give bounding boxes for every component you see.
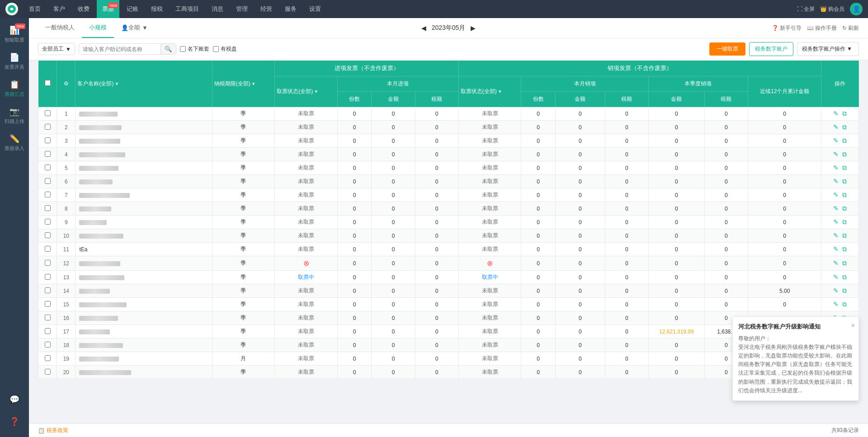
- edit-icon[interactable]: ✎: [833, 273, 839, 281]
- nav-invoices[interactable]: 票据 new: [97, 0, 119, 18]
- fullscreen-btn[interactable]: ⛶ 全屏: [797, 5, 815, 13]
- input-status-filter[interactable]: 取票状态(全部) ▼: [277, 88, 335, 95]
- user-avatar[interactable]: 👤: [850, 3, 863, 15]
- edit-icon[interactable]: ✎: [833, 164, 839, 172]
- search-input[interactable]: [79, 44, 160, 54]
- row-checkbox[interactable]: [45, 178, 51, 184]
- tax-policy-text[interactable]: 税务政策: [47, 427, 68, 434]
- edit-icon[interactable]: ✎: [833, 150, 839, 158]
- row-checkbox[interactable]: [45, 301, 51, 307]
- tax-period-filter[interactable]: 纳税期限(全部) ▼: [214, 80, 273, 88]
- row-checkbox[interactable]: [45, 110, 51, 116]
- one-click-ticket-btn[interactable]: 一键取票: [709, 42, 745, 56]
- tab-all[interactable]: 👤 全能 ▼: [114, 18, 155, 38]
- row-checkbox[interactable]: [45, 137, 51, 143]
- nav-messages[interactable]: 消息: [206, 0, 229, 18]
- edit-icon[interactable]: ✎: [833, 123, 839, 131]
- edit-icon[interactable]: ✎: [833, 218, 839, 226]
- sidebar-item-invoice-summary[interactable]: 📋 票据汇总: [2, 76, 27, 101]
- sidebar-item-invoice-entry[interactable]: ✏️ 票据录入: [2, 130, 27, 155]
- copy-icon[interactable]: ⧉: [842, 178, 847, 185]
- copy-icon[interactable]: ⧉: [842, 218, 847, 226]
- digital-account-btn[interactable]: 税务数字账户: [749, 42, 793, 56]
- sidebar-item-scan-upload[interactable]: 📷 扫描上传: [2, 103, 27, 128]
- nav-settings[interactable]: 设置: [304, 0, 326, 18]
- edit-icon[interactable]: ✎: [833, 191, 839, 199]
- edit-icon[interactable]: ✎: [833, 137, 839, 145]
- refresh-btn[interactable]: ↻ 刷新: [842, 24, 859, 32]
- output-status-filter[interactable]: 取票状态(全部) ▼: [461, 88, 519, 95]
- row-checkbox[interactable]: [45, 369, 51, 375]
- copy-icon[interactable]: ⧉: [842, 245, 847, 253]
- edit-icon[interactable]: ✎: [833, 259, 839, 267]
- copy-icon[interactable]: ⧉: [842, 273, 847, 281]
- row-checkbox[interactable]: [45, 205, 51, 211]
- copy-icon[interactable]: ⧉: [842, 150, 847, 158]
- row-checkbox[interactable]: [45, 287, 51, 293]
- nav-customers[interactable]: 客户: [48, 0, 71, 18]
- manual-btn[interactable]: 📖 操作手册: [807, 24, 837, 32]
- row-checkbox[interactable]: [45, 315, 51, 320]
- digital-account-ops-btn[interactable]: 税务数字账户操作 ▼: [797, 42, 859, 56]
- copy-icon[interactable]: ⧉: [842, 137, 847, 145]
- nav-home[interactable]: 首页: [24, 0, 46, 18]
- copy-icon[interactable]: ⧉: [842, 123, 847, 131]
- row-checkbox[interactable]: [45, 151, 51, 157]
- notification-close-btn[interactable]: ×: [851, 320, 855, 330]
- sidebar-item-help[interactable]: ❓: [2, 413, 27, 432]
- has-tax-disk-checkbox[interactable]: [213, 46, 219, 52]
- row-checkbox[interactable]: [45, 328, 51, 334]
- row-input-tax: 0: [415, 311, 458, 325]
- copy-icon[interactable]: ⧉: [842, 259, 847, 267]
- row-checkbox[interactable]: [45, 164, 51, 170]
- nav-operations[interactable]: 经营: [255, 0, 278, 18]
- row-checkbox[interactable]: [45, 232, 51, 238]
- new-guide-btn[interactable]: ❓ 新手引导: [772, 24, 802, 32]
- member-btn[interactable]: 👑 购会员: [820, 5, 844, 13]
- date-next-btn[interactable]: ▶: [471, 24, 476, 32]
- nav-fees[interactable]: 收费: [72, 0, 95, 18]
- sidebar-item-invoice-open[interactable]: 📄 发票开具: [2, 49, 27, 74]
- row-input-count: 0: [337, 216, 372, 229]
- sidebar-item-chat[interactable]: 💬: [2, 391, 27, 409]
- row-checkbox[interactable]: [45, 192, 51, 197]
- edit-icon[interactable]: ✎: [833, 232, 839, 240]
- select-all-checkbox[interactable]: [45, 80, 51, 86]
- settings-icon[interactable]: ⚙: [64, 80, 69, 87]
- copy-icon[interactable]: ⧉: [842, 301, 847, 308]
- copy-icon[interactable]: ⧉: [842, 205, 847, 212]
- edit-icon[interactable]: ✎: [833, 287, 839, 295]
- my-accounts-checkbox[interactable]: [180, 46, 186, 52]
- row-checkbox[interactable]: [45, 219, 51, 225]
- sidebar-item-smart-ticket[interactable]: 📊 智能取票 new: [2, 22, 27, 47]
- edit-icon[interactable]: ✎: [833, 245, 839, 253]
- nav-tax[interactable]: 报税: [146, 0, 168, 18]
- edit-icon[interactable]: ✎: [833, 110, 839, 117]
- my-accounts-checkbox-label[interactable]: 名下账套: [180, 45, 209, 53]
- copy-icon[interactable]: ⧉: [842, 164, 847, 172]
- copy-icon[interactable]: ⧉: [842, 191, 847, 199]
- customer-name-filter[interactable]: 客户名称(全部) ▼: [77, 80, 210, 88]
- edit-icon[interactable]: ✎: [833, 178, 839, 185]
- row-checkbox[interactable]: [45, 342, 51, 348]
- row-checkbox[interactable]: [45, 260, 51, 266]
- edit-icon[interactable]: ✎: [833, 205, 839, 212]
- tab-small-scale[interactable]: 小规模: [82, 18, 114, 38]
- copy-icon[interactable]: ⧉: [842, 287, 847, 295]
- tab-general-taxpayer[interactable]: 一般纳税人: [38, 18, 82, 38]
- nav-management[interactable]: 管理: [231, 0, 253, 18]
- row-checkbox[interactable]: [45, 355, 51, 361]
- nav-accounting[interactable]: 记账: [121, 0, 144, 18]
- row-checkbox[interactable]: [45, 246, 51, 252]
- edit-icon[interactable]: ✎: [833, 301, 839, 308]
- has-tax-disk-checkbox-label[interactable]: 有税盘: [213, 45, 237, 53]
- nav-business[interactable]: 工商项目: [170, 0, 204, 18]
- copy-icon[interactable]: ⧉: [842, 110, 847, 117]
- search-button[interactable]: 🔍: [160, 44, 176, 54]
- row-checkbox[interactable]: [45, 124, 51, 130]
- date-prev-btn[interactable]: ◀: [421, 24, 426, 32]
- employee-select[interactable]: 全部员工 ▼: [38, 43, 75, 55]
- row-checkbox[interactable]: [45, 274, 51, 280]
- copy-icon[interactable]: ⧉: [842, 232, 847, 240]
- nav-services[interactable]: 服务: [279, 0, 302, 18]
